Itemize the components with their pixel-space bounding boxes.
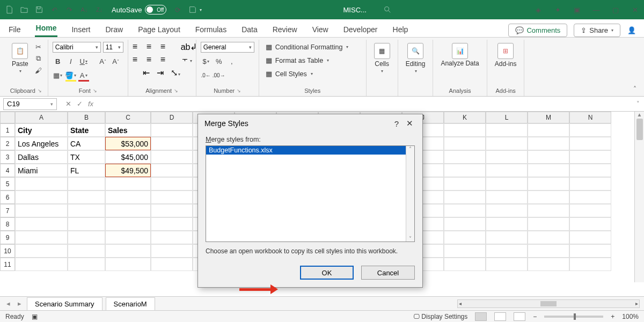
cell[interactable] <box>569 177 611 191</box>
indent-decrease-icon[interactable]: ⇤ <box>143 68 153 77</box>
cell[interactable]: $45,000 <box>105 150 151 164</box>
tab-nav-prev-icon[interactable]: ◂ <box>4 299 12 308</box>
cell[interactable] <box>486 204 528 217</box>
cell[interactable]: Miami <box>15 164 68 177</box>
number-format-combo[interactable]: General▾ <box>201 42 254 53</box>
cell[interactable] <box>569 137 611 150</box>
cell[interactable] <box>15 258 68 271</box>
save-icon[interactable] <box>34 5 44 14</box>
cell[interactable] <box>486 164 528 177</box>
row-header[interactable]: 9 <box>0 231 15 244</box>
row-header[interactable]: 11 <box>0 258 15 271</box>
cell[interactable] <box>444 204 486 217</box>
cell[interactable] <box>528 244 569 258</box>
undo-icon[interactable]: ↶ <box>49 5 59 14</box>
column-header[interactable]: A <box>15 112 68 123</box>
tab-draw[interactable]: Draw <box>104 22 124 37</box>
wrap-text-icon[interactable]: ab↲ <box>181 42 192 52</box>
font-size-combo[interactable]: 11▾ <box>103 42 123 53</box>
cell[interactable] <box>151 231 193 244</box>
cell[interactable] <box>569 231 611 244</box>
cell[interactable] <box>444 191 486 204</box>
cancel-button[interactable]: Cancel <box>361 266 415 280</box>
cell[interactable] <box>15 217 68 231</box>
horizontal-scrollbar[interactable]: ◂▸ <box>457 299 640 308</box>
cell[interactable] <box>68 204 105 217</box>
formula-input[interactable] <box>99 98 632 110</box>
cell[interactable] <box>151 244 193 258</box>
row-header[interactable]: 3 <box>0 150 15 164</box>
cell[interactable] <box>151 150 193 164</box>
cell[interactable] <box>151 258 193 271</box>
row-header[interactable]: 10 <box>0 244 15 258</box>
list-scrollbar[interactable]: ˄˅ <box>406 146 414 241</box>
cell[interactable] <box>569 204 611 217</box>
cell[interactable] <box>569 217 611 231</box>
percent-icon[interactable]: % <box>214 56 224 67</box>
align-center-icon[interactable]: ≡ <box>147 55 157 64</box>
sort-asc-icon[interactable]: A↓ <box>79 5 89 14</box>
column-header[interactable]: C <box>105 112 151 123</box>
maximize-icon[interactable]: ▢ <box>611 5 620 14</box>
comma-icon[interactable]: , <box>226 56 237 67</box>
redo-icon[interactable]: ↷ <box>64 5 74 14</box>
tab-file[interactable]: File <box>8 22 22 37</box>
column-header[interactable]: M <box>528 112 569 123</box>
increase-decimal-icon[interactable]: .0← <box>201 70 211 80</box>
cell[interactable] <box>151 123 193 137</box>
normal-view-icon[interactable] <box>475 312 487 321</box>
cell[interactable] <box>105 177 151 191</box>
underline-button[interactable]: U▾ <box>78 56 89 67</box>
paste-button[interactable]: 📋 Paste ▾ <box>9 42 32 75</box>
copy-icon[interactable]: ⧉ <box>34 54 43 63</box>
cell[interactable] <box>444 258 486 271</box>
save-icon-2[interactable] <box>188 5 197 14</box>
decrease-decimal-icon[interactable]: .00→ <box>214 70 224 80</box>
row-header[interactable]: 1 <box>0 123 15 137</box>
format-as-table-button[interactable]: ▦Format as Table▾ <box>264 55 331 65</box>
cell[interactable] <box>15 191 68 204</box>
merge-center-icon[interactable]: ⫟▾ <box>181 55 192 64</box>
tab-data[interactable]: Data <box>240 22 259 37</box>
cell[interactable] <box>444 137 486 150</box>
vertical-scrollbar[interactable]: ▲ <box>634 112 644 282</box>
cell[interactable] <box>569 191 611 204</box>
cell[interactable] <box>105 191 151 204</box>
cell[interactable] <box>486 231 528 244</box>
cell[interactable]: State <box>68 123 105 137</box>
name-box[interactable]: C19▾ <box>3 98 57 110</box>
analyze-data-button[interactable]: 📊Analyze Data <box>437 42 482 68</box>
italic-button[interactable]: I <box>65 56 76 67</box>
cell[interactable] <box>444 244 486 258</box>
cell[interactable] <box>528 258 569 271</box>
comments-button[interactable]: 💬Comments <box>508 24 567 37</box>
row-header[interactable]: 4 <box>0 164 15 177</box>
dialog-help-icon[interactable]: ? <box>390 119 403 128</box>
zoom-in-icon[interactable]: + <box>611 313 614 320</box>
sort-desc-icon[interactable]: Z↓ <box>94 5 104 14</box>
tab-nav-next-icon[interactable]: ▸ <box>16 299 24 308</box>
cell-styles-button[interactable]: ▦Cell Styles▾ <box>264 69 315 79</box>
cell[interactable] <box>151 217 193 231</box>
tab-help[interactable]: Help <box>392 22 409 37</box>
cell[interactable]: Dallas <box>15 150 68 164</box>
tab-insert[interactable]: Insert <box>70 22 91 37</box>
cell[interactable] <box>444 164 486 177</box>
format-painter-icon[interactable]: 🖌 <box>34 65 43 75</box>
list-item[interactable]: BudgetFunctions.xlsx <box>206 146 414 155</box>
cell[interactable] <box>528 191 569 204</box>
cell[interactable] <box>444 177 486 191</box>
tab-formulas[interactable]: Formulas <box>194 22 228 37</box>
cell[interactable]: City <box>15 123 68 137</box>
page-break-view-icon[interactable] <box>514 312 525 321</box>
cell[interactable] <box>486 137 528 150</box>
cell[interactable] <box>486 150 528 164</box>
tab-home[interactable]: Home <box>35 20 58 37</box>
cell[interactable]: $49,500 <box>105 164 151 177</box>
conditional-formatting-button[interactable]: ▦Conditional Formatting▾ <box>264 42 351 52</box>
share-button[interactable]: ⇪Share▾ <box>574 24 620 37</box>
cell[interactable] <box>68 231 105 244</box>
grow-font-icon[interactable]: A˄ <box>98 56 108 67</box>
align-right-icon[interactable]: ≡ <box>160 55 171 64</box>
cell[interactable] <box>105 244 151 258</box>
